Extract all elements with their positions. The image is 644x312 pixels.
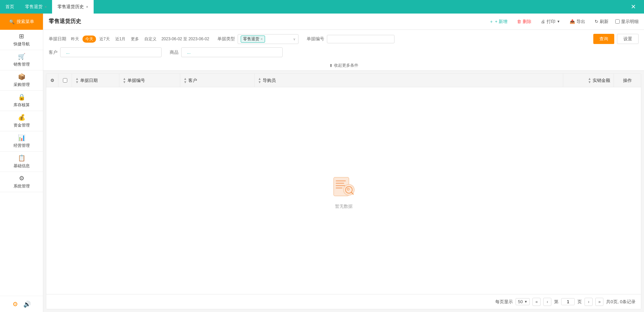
- doc-type-dropdown-icon[interactable]: ∨: [293, 37, 295, 41]
- doc-no-input[interactable]: [327, 35, 395, 43]
- collapse-up-icon: ⬆: [329, 63, 333, 68]
- date-btn-more[interactable]: 更多: [129, 36, 141, 43]
- header-actions: ＋ + 新增 🗑 删除 🖨 打印 ▼ 📤 导出 ↻: [486, 17, 639, 26]
- date-btn-1month[interactable]: 近1月: [113, 36, 128, 43]
- sidebar: 🔍 搜索菜单 ⊞ 快捷导航 🛒 销售管理 📦 采购管理 🔒 库存核算 💰 资金管…: [0, 14, 43, 312]
- tab-retail-return-label: 零售退货: [25, 4, 43, 10]
- delete-icon: 🗑: [517, 19, 521, 24]
- page-unit-label: 页: [577, 299, 582, 305]
- last-page-button[interactable]: »: [595, 298, 603, 306]
- per-page-select[interactable]: 50 ▼: [516, 298, 530, 305]
- sidebar-item-quick-nav-label: 快捷导航: [14, 41, 30, 47]
- doc-type-tag-close[interactable]: ×: [261, 37, 263, 41]
- display-detail-input[interactable]: [615, 19, 620, 24]
- sidebar-item-system[interactable]: ⚙ 系统管理: [0, 172, 43, 192]
- sidebar-item-finance-label: 资金管理: [14, 122, 30, 128]
- collapse-label: 收起更多条件: [334, 63, 358, 68]
- sidebar-item-sales-label: 销售管理: [14, 62, 30, 67]
- tab-retail-return-close[interactable]: ×: [45, 5, 47, 9]
- th-date-sort-icon: ▲▼: [75, 77, 79, 84]
- sidebar-bottom: ⚙ 🔊: [0, 296, 43, 312]
- export-button[interactable]: 📤 导出: [567, 17, 588, 26]
- tab-list: 首页 零售退货 × 零售退货历史 ×: [0, 0, 628, 14]
- base-info-icon: 📋: [18, 154, 25, 162]
- empty-state: 暂无数据: [46, 87, 641, 294]
- refresh-icon: ↻: [595, 19, 598, 24]
- query-button[interactable]: 查询: [593, 34, 614, 44]
- date-btn-group: 昨天 今天 近7天 近1月 更多 自定义: [69, 36, 159, 43]
- refresh-button[interactable]: ↻ 刷新: [592, 17, 611, 26]
- th-setting[interactable]: ⚙: [46, 74, 58, 87]
- tab-retail-return-history-close[interactable]: ×: [86, 5, 88, 9]
- display-detail-checkbox[interactable]: 显示明细: [615, 19, 639, 25]
- date-btn-today[interactable]: 今天: [82, 36, 96, 43]
- sidebar-item-purchase[interactable]: 📦 采购管理: [0, 70, 43, 91]
- tab-home[interactable]: 首页: [0, 0, 20, 14]
- th-date-label: 单据日期: [80, 77, 98, 84]
- date-btn-7days[interactable]: 近7天: [97, 36, 112, 43]
- delete-label: 删除: [523, 19, 531, 25]
- first-page-button[interactable]: «: [532, 298, 541, 306]
- tab-retail-return-history[interactable]: 零售退货历史 ×: [52, 0, 93, 14]
- sidebar-item-base-info-label: 基础信息: [14, 163, 30, 169]
- date-btn-custom[interactable]: 自定义: [142, 36, 159, 43]
- sidebar-search-button[interactable]: 🔍 搜索菜单: [0, 14, 43, 30]
- th-amount-sort-icon: ▲▼: [588, 77, 591, 84]
- inventory-icon: 🔒: [18, 93, 25, 101]
- goto-label: 第: [554, 299, 558, 305]
- volume-icon[interactable]: 🔊: [23, 300, 31, 308]
- gear-icon[interactable]: ⚙: [13, 300, 18, 308]
- system-icon: ⚙: [19, 175, 24, 182]
- svg-rect-4: [336, 187, 342, 188]
- sidebar-item-finance[interactable]: 💰 资金管理: [0, 111, 43, 131]
- th-guide[interactable]: ▲▼ 导购员: [255, 74, 563, 87]
- operations-icon: 📊: [18, 134, 25, 141]
- sidebar-item-base-info[interactable]: 📋 基础信息: [0, 152, 43, 172]
- doc-no-label: 单据编号: [307, 36, 324, 42]
- print-dropdown-icon: ▼: [557, 20, 560, 23]
- th-check[interactable]: [58, 74, 72, 87]
- collapse-filter-button[interactable]: ⬆ 收起更多条件: [49, 61, 639, 70]
- setting-button[interactable]: 设置: [617, 34, 639, 44]
- th-amount[interactable]: ▲▼ 实销金额: [563, 74, 614, 87]
- sidebar-item-inventory[interactable]: 🔒 库存核算: [0, 91, 43, 111]
- th-no[interactable]: ▲▼ 单据编号: [119, 74, 180, 87]
- sidebar-item-system-label: 系统管理: [14, 183, 30, 189]
- pagination-summary: 共0页, 0条记录: [606, 299, 636, 305]
- new-button[interactable]: ＋ + 新增: [486, 17, 510, 26]
- th-customer-sort-icon: ▲▼: [184, 77, 187, 84]
- new-icon: ＋: [489, 19, 494, 25]
- th-guide-sort-icon: ▲▼: [258, 77, 261, 84]
- select-all-checkbox[interactable]: [63, 78, 67, 83]
- prev-page-button[interactable]: ‹: [543, 298, 551, 306]
- print-button[interactable]: 🖨 打印 ▼: [538, 17, 563, 26]
- sidebar-item-operations[interactable]: 📊 经营管理: [0, 131, 43, 152]
- date-btn-yesterday[interactable]: 昨天: [69, 36, 81, 43]
- sidebar-item-sales[interactable]: 🛒 销售管理: [0, 50, 43, 70]
- sidebar-item-inventory-label: 库存核算: [14, 102, 30, 108]
- table-area: ⚙ ▲▼ 单据日期 ▲▼ 单据编号 ▲▼ 客户 ▲▼: [46, 73, 641, 309]
- sidebar-item-quick-nav[interactable]: ⊞ 快捷导航: [0, 30, 43, 50]
- window-close-button[interactable]: ✕: [628, 2, 639, 12]
- top-bar: 首页 零售退货 × 零售退货历史 × ✕: [0, 0, 644, 14]
- th-action: 操作: [614, 74, 641, 87]
- goods-ellipsis[interactable]: ...: [184, 49, 193, 56]
- filter-row-2: 客户 ... 商品 ...: [49, 47, 639, 57]
- delete-button[interactable]: 🗑 删除: [514, 17, 534, 26]
- doc-type-tag-text: 零售退货: [243, 36, 259, 42]
- next-page-button[interactable]: ›: [585, 298, 593, 306]
- date-filter-label: 单据日期: [49, 36, 66, 42]
- page-title: 零售退货历史: [49, 18, 486, 25]
- tab-retail-return[interactable]: 零售退货 ×: [20, 0, 52, 14]
- filter-group-customer: 客户 ...: [49, 47, 162, 57]
- page-number-input[interactable]: [561, 298, 575, 305]
- th-customer-label: 客户: [188, 77, 197, 84]
- customer-input[interactable]: ...: [60, 47, 162, 57]
- doc-type-input[interactable]: 零售退货 × ∨: [238, 34, 299, 44]
- quick-nav-icon: ⊞: [19, 32, 24, 40]
- th-customer[interactable]: ▲▼ 客户: [180, 74, 255, 87]
- table-setting-icon[interactable]: ⚙: [50, 78, 54, 83]
- goods-input[interactable]: ...: [181, 47, 283, 57]
- customer-ellipsis[interactable]: ...: [63, 49, 72, 56]
- th-date[interactable]: ▲▼ 单据日期: [72, 74, 119, 87]
